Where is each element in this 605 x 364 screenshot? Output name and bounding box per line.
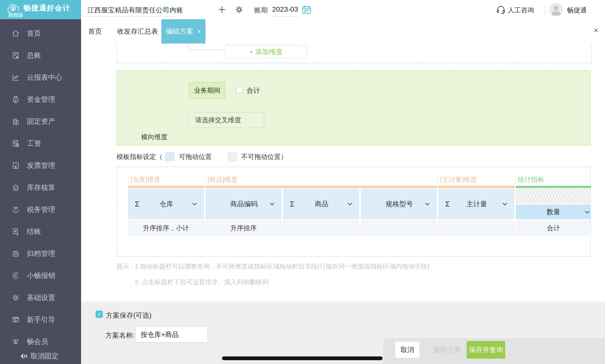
username[interactable]: 畅捷通 [567, 6, 587, 15]
sidebar-item-member[interactable]: 畅会员 [0, 331, 81, 353]
salary-icon [11, 139, 20, 148]
warehouse-icon [11, 183, 20, 192]
support-link[interactable]: 人工咨询 [508, 6, 534, 15]
add-dimension-button[interactable]: + 添加维度 [225, 45, 307, 59]
scheme-name-label: 方案名称: [105, 331, 135, 340]
chevron-down-icon[interactable] [347, 203, 352, 206]
not-draggable-swatch [228, 152, 237, 161]
sidebar-item-tax[interactable]: 税务管理 [0, 198, 81, 220]
sidebar-item-label: 税务管理 [27, 205, 55, 214]
delete-scheme-button[interactable]: 删除方案 [430, 342, 465, 358]
chevron-down-icon[interactable] [425, 203, 430, 206]
horizontal-scrollbar[interactable] [222, 356, 383, 360]
save-and-query-button[interactable]: 保存并查询 [467, 341, 505, 359]
headset-icon[interactable] [496, 5, 506, 15]
sidebar-menu: 首页 总账 云报表中心 资金管理 固定资产 工资 [0, 22, 81, 353]
chevron-down-icon[interactable] [585, 211, 590, 214]
settings-gear-icon[interactable] [235, 5, 244, 14]
sidebar-item-home[interactable]: 首页 [0, 22, 81, 44]
collapse-icon [20, 352, 28, 360]
tips-label: 提示： [117, 262, 136, 271]
close-icon[interactable]: × [197, 28, 201, 35]
sidebar-item-inventory[interactable]: 库存核算 [0, 176, 81, 198]
home-icon [11, 29, 20, 38]
sidebar-item-invoice[interactable]: 发票管理 [0, 154, 81, 176]
settle-icon [11, 227, 20, 236]
chevron-down-icon[interactable] [192, 203, 197, 206]
template-legend: 模板指标设定（ 可拖动位置 不可拖动位置） [117, 152, 287, 161]
money-bag-icon [11, 95, 20, 104]
account-set-selector[interactable]: 江西服宝精品有限责任公司内账 [87, 6, 183, 15]
sidebar-item-general-ledger[interactable]: 总账 [0, 44, 81, 66]
group-goods-bar [205, 186, 437, 188]
calendar-icon[interactable] [302, 5, 311, 14]
column-label: 数量 [547, 207, 560, 216]
sidebar-item-cloud-reports[interactable]: 云报表中心 [0, 66, 81, 88]
business-period-chip[interactable]: 业务期间 [189, 82, 225, 99]
sidebar-item-label: 云报表中心 [27, 73, 62, 82]
draggable-swatch [165, 152, 175, 161]
close-icon[interactable]: × [593, 26, 598, 34]
brand-logo: 畅捷通好会计 旗舰版 [0, 0, 81, 19]
sidebar-item-label: 归档管理 [27, 249, 55, 258]
action-button-panel: 取消 删除方案 保存并查询 [383, 338, 605, 364]
sidebar-item-label: 结账 [27, 227, 41, 236]
sidebar-item-settings[interactable]: 基础设置 [0, 287, 81, 309]
sidebar-collapse-button[interactable]: 取消固定 [20, 351, 59, 361]
column-setting-goods-code: 升序排序 [205, 221, 281, 235]
period-label: 账期 [254, 6, 268, 15]
sidebar-item-funds[interactable]: 资金管理 [0, 88, 81, 110]
period-value[interactable]: 2023-03 [272, 5, 298, 13]
column-header-goods[interactable]: Σ 商品 [283, 189, 359, 219]
user-icon [549, 3, 563, 16]
column-header-spec[interactable]: 规格型号 [361, 189, 437, 219]
sidebar-item-salary[interactable]: 工资 [0, 132, 81, 154]
cross-dimension-selector[interactable]: 请选择交叉维度 [188, 112, 264, 128]
total-checkbox[interactable] [236, 86, 243, 93]
sigma-icon: Σ [135, 200, 141, 208]
scheme-save-checkbox[interactable]: ✓ [96, 311, 103, 318]
avatar[interactable] [549, 3, 563, 16]
brand-edition: 旗舰版 [8, 12, 23, 18]
sidebar-item-archive[interactable]: 归档管理 [0, 242, 81, 265]
tab-label: 编辑方案 [166, 27, 193, 36]
column-label: 主计量 [467, 199, 487, 209]
tax-icon [11, 205, 20, 214]
check-icon: ✓ [97, 311, 102, 317]
sidebar-item-settle[interactable]: 结账 [0, 220, 81, 242]
chevron-down-icon[interactable] [270, 203, 275, 206]
chevron-down-icon[interactable] [169, 8, 176, 12]
tab-home[interactable]: 首页 [88, 19, 102, 44]
sidebar-item-label: 库存核算 [27, 183, 55, 192]
sidebar-item-label: 首页 [27, 29, 41, 38]
column-label: 规格型号 [386, 199, 413, 209]
sidebar: 首页 总账 云报表中心 资金管理 固定资产 工资 [0, 19, 81, 364]
ledger-icon [11, 51, 20, 60]
tab-report[interactable]: 收发存汇总表 × [117, 19, 165, 44]
column-header-goods-code[interactable]: 商品编码 [205, 189, 281, 219]
column-header-quantity-wrap: 数量 [516, 189, 591, 219]
dimension-chip-partial[interactable] [188, 44, 229, 50]
column-header-quantity[interactable]: 数量 [516, 205, 591, 219]
scheme-name-input[interactable] [135, 327, 208, 342]
sidebar-item-reimburse[interactable]: 小畅报销 [0, 265, 81, 287]
tab-label: 收发存汇总表 [117, 27, 158, 36]
sidebar-item-label: 新手引导 [27, 315, 55, 325]
brand-name: 畅捷通好会计 [23, 3, 70, 13]
group-unit-label: [主计量]维度 [438, 175, 477, 184]
sidebar-item-guide[interactable]: 新手引导 [0, 309, 81, 331]
sidebar-item-fixed-assets[interactable]: 固定资产 [0, 110, 81, 132]
column-setting-quantity: 合计 [516, 221, 591, 235]
chevron-down-icon[interactable] [502, 203, 507, 206]
vip-icon [11, 337, 20, 346]
column-header-unit[interactable]: Σ 主计量 [438, 189, 514, 219]
tab-edit-scheme[interactable]: 编辑方案 × [161, 19, 205, 44]
sidebar-item-label: 小畅报销 [27, 271, 55, 280]
locked-zone [516, 189, 591, 204]
sidebar-item-label: 基础设置 [27, 293, 55, 302]
add-account-set-icon[interactable] [218, 6, 225, 13]
invoice-icon [11, 161, 20, 170]
column-header-warehouse[interactable]: Σ 仓库 [128, 189, 204, 219]
video-guide-icon [11, 315, 20, 324]
cancel-button[interactable]: 取消 [395, 342, 420, 358]
